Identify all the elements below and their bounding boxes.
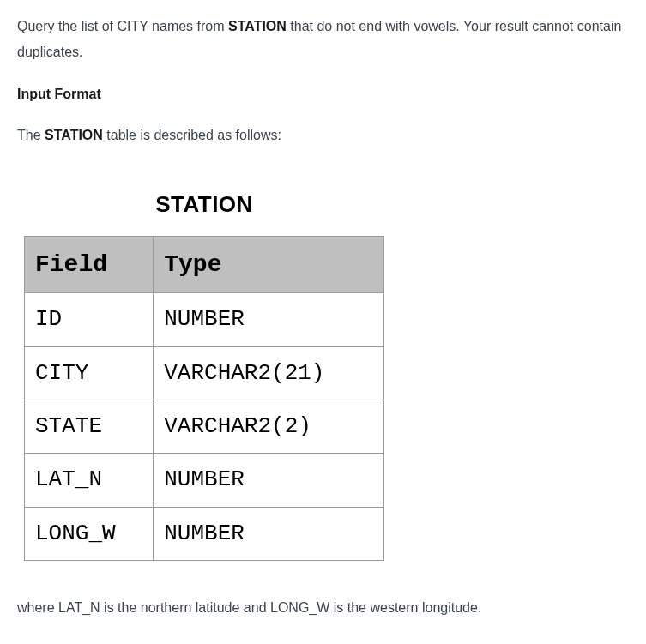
header-type: Type — [154, 236, 384, 292]
cell-field: CITY — [25, 346, 154, 400]
table-intro: The STATION table is described as follow… — [17, 123, 629, 148]
table-row: LAT_N NUMBER — [25, 454, 384, 507]
table-intro-after: table is described as follows: — [103, 128, 281, 142]
problem-text-before: Query the list of CITY names from — [17, 19, 228, 33]
table-row: CITY VARCHAR2(21) — [25, 346, 384, 400]
table-intro-before: The — [17, 128, 45, 142]
input-format-heading: Input Format — [17, 81, 629, 107]
table-header-row: Field Type — [25, 236, 384, 292]
cell-type: VARCHAR2(2) — [154, 400, 384, 453]
footer-note: where LAT_N is the northern latitude and… — [17, 595, 629, 621]
cell-field: ID — [25, 293, 154, 346]
table-row: LONG_W NUMBER — [25, 507, 384, 560]
schema-table-wrapper: STATION Field Type ID NUMBER CITY VARCHA… — [24, 184, 629, 562]
table-intro-strong: STATION — [45, 128, 103, 142]
cell-type: NUMBER — [154, 293, 384, 346]
problem-statement: Query the list of CITY names from STATIO… — [17, 14, 629, 66]
schema-table-title: STATION — [24, 184, 384, 226]
cell-type: VARCHAR2(21) — [154, 346, 384, 400]
header-field: Field — [25, 236, 154, 292]
problem-table-name: STATION — [228, 19, 287, 33]
schema-table: Field Type ID NUMBER CITY VARCHAR2(21) S… — [24, 236, 384, 561]
cell-field: LONG_W — [25, 507, 154, 560]
table-row: ID NUMBER — [25, 293, 384, 346]
cell-field: STATE — [25, 400, 154, 453]
cell-type: NUMBER — [154, 454, 384, 507]
cell-field: LAT_N — [25, 454, 154, 507]
table-row: STATE VARCHAR2(2) — [25, 400, 384, 453]
cell-type: NUMBER — [154, 507, 384, 560]
